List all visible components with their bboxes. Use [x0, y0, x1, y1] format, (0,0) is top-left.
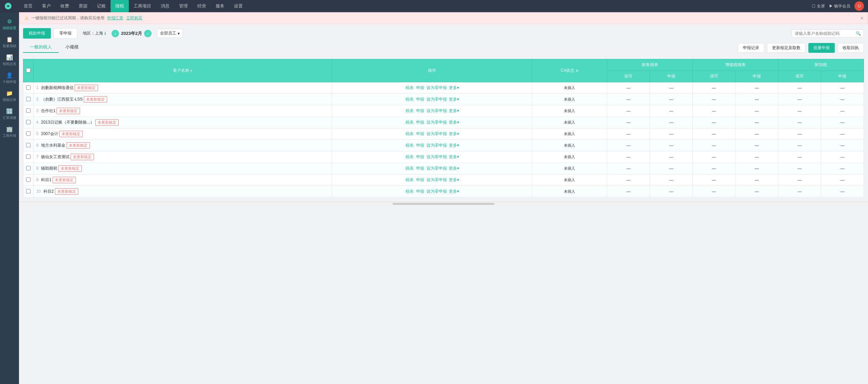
action-taxform-9[interactable]: 税表: [406, 189, 414, 194]
action-zero-7[interactable]: 设为零申报: [427, 166, 447, 171]
next-month-btn[interactable]: ›: [144, 30, 152, 37]
action-more-1[interactable]: 更多▾: [449, 97, 459, 102]
sidebar-item-personal[interactable]: 👤 个税申报: [0, 69, 19, 87]
sidebar-item-records[interactable]: 📁 报税记录: [0, 87, 19, 105]
action-declare-0[interactable]: 申报: [416, 85, 424, 90]
row-sur-declare-0: —: [821, 82, 864, 94]
action-more-0[interactable]: 更多▾: [449, 85, 459, 90]
prev-month-btn[interactable]: ‹: [112, 30, 119, 37]
nav-menu: 首页 客户 收费 票据 记账 报税 工商项目 消息 管理 经营 服务 设置: [19, 0, 248, 12]
action-taxform-6[interactable]: 税表: [406, 154, 414, 159]
sidebar-item-batch-report[interactable]: 📋 批量报税: [0, 33, 19, 51]
row-name-2: 3 合作社1 未更新核定: [34, 105, 332, 117]
tab-zero-declaration[interactable]: 零申报: [54, 28, 77, 39]
action-taxform-4[interactable]: 税表: [406, 131, 414, 136]
nav-messages[interactable]: 消息: [156, 0, 174, 12]
action-taxform-5[interactable]: 税表: [406, 143, 414, 148]
nav-tax[interactable]: 报税: [111, 0, 129, 12]
declaration-records-btn[interactable]: 申报记录: [738, 43, 764, 53]
action-declare-7[interactable]: 申报: [416, 166, 424, 171]
action-zero-3[interactable]: 设为零申报: [427, 120, 447, 125]
user-avatar[interactable]: U: [854, 1, 864, 11]
row-select-1[interactable]: [26, 97, 31, 101]
nav-services[interactable]: 服务: [211, 0, 229, 12]
sidebar-item-annual[interactable]: 🏢 工商年报: [0, 123, 19, 141]
action-more-9[interactable]: 更多▾: [449, 189, 459, 194]
nav-operations[interactable]: 经营: [193, 0, 211, 12]
action-zero-6[interactable]: 设为零申报: [427, 154, 447, 159]
action-zero-9[interactable]: 设为零申报: [427, 189, 447, 194]
banner-close-btn[interactable]: ✕: [860, 16, 864, 21]
select-all-checkbox[interactable]: [26, 68, 31, 72]
row-sur-fill-5: —: [778, 140, 821, 151]
action-declare-9[interactable]: 申报: [416, 189, 424, 194]
action-zero-4[interactable]: 设为零申报: [427, 131, 447, 136]
action-more-3[interactable]: 更多▾: [449, 120, 459, 125]
action-zero-2[interactable]: 设为零申报: [427, 108, 447, 113]
action-zero-8[interactable]: 设为零申报: [427, 177, 447, 182]
action-taxform-1[interactable]: 税表: [406, 97, 414, 102]
sidebar-item-tax-settings[interactable]: ⚙ 报税设置: [0, 15, 19, 33]
row-select-0[interactable]: [26, 85, 31, 90]
batch-declare-btn[interactable]: 批量申报: [808, 43, 835, 53]
row-select-5[interactable]: [26, 143, 31, 147]
row-select-7[interactable]: [26, 166, 31, 170]
tab-tax-declaration[interactable]: 税款申报: [23, 28, 51, 39]
sidebar-item-calc[interactable]: 🔢 汇算清缴: [0, 105, 19, 123]
row-name-1: 2 （勿删）江西股宝-LSS 未更新核定: [34, 94, 332, 105]
dept-select[interactable]: 全部员工 ▾: [157, 29, 183, 38]
search-icon[interactable]: 🔍: [856, 31, 861, 36]
row-select-9[interactable]: [26, 189, 31, 193]
tab-small-scale[interactable]: 小规模: [59, 42, 85, 53]
row-vat-declare-4: —: [735, 128, 778, 140]
nav-settings[interactable]: 设置: [229, 0, 248, 12]
info-icon[interactable]: ℹ: [104, 31, 106, 36]
nav-biz[interactable]: 工商项目: [129, 0, 156, 12]
action-zero-0[interactable]: 设为零申报: [427, 85, 447, 90]
upgrade-btn[interactable]: ▶ 畅学会员: [829, 3, 850, 9]
action-declare-3[interactable]: 申报: [416, 120, 424, 125]
action-taxform-0[interactable]: 税表: [406, 85, 414, 90]
horizontal-scrollbar[interactable]: [19, 201, 868, 206]
action-more-8[interactable]: 更多▾: [449, 177, 459, 182]
search-input[interactable]: [795, 31, 856, 36]
row-select-6[interactable]: [26, 154, 31, 159]
nav-invoices[interactable]: 票据: [74, 0, 92, 12]
row-fin-declare-1: —: [650, 94, 693, 105]
fullscreen-btn[interactable]: ☐ 全屏: [812, 3, 825, 9]
action-more-5[interactable]: 更多▾: [449, 143, 459, 148]
banner-link-purchase[interactable]: 立即购买: [126, 15, 142, 21]
action-taxform-7[interactable]: 税表: [406, 166, 414, 171]
action-more-6[interactable]: 更多▾: [449, 154, 459, 159]
nav-clients[interactable]: 客户: [37, 0, 56, 12]
action-declare-5[interactable]: 申报: [416, 143, 424, 148]
action-more-4[interactable]: 更多▾: [449, 131, 459, 136]
nav-fees[interactable]: 收费: [56, 0, 74, 12]
row-select-3[interactable]: [26, 120, 31, 124]
status-badge-6: 未更新核定: [71, 154, 94, 160]
action-more-7[interactable]: 更多▾: [449, 166, 459, 171]
action-declare-6[interactable]: 申报: [416, 154, 424, 159]
action-more-2[interactable]: 更多▾: [449, 108, 459, 113]
action-declare-4[interactable]: 申报: [416, 131, 424, 136]
action-declare-2[interactable]: 申报: [416, 108, 424, 113]
banner-link-declaration[interactable]: 申报汇签: [107, 15, 123, 21]
action-zero-1[interactable]: 设为零申报: [427, 97, 447, 102]
nav-management[interactable]: 管理: [174, 0, 193, 12]
action-taxform-3[interactable]: 税表: [406, 120, 414, 125]
sidebar-item-overview[interactable]: 📊 报税总览: [0, 51, 19, 69]
update-quota-btn[interactable]: 更新核定及取数: [767, 43, 806, 53]
tab-general-taxpayer[interactable]: 一般的税人: [23, 42, 59, 53]
action-taxform-8[interactable]: 税表: [406, 177, 414, 182]
row-select-8[interactable]: [26, 177, 31, 182]
row-select-2[interactable]: [26, 108, 31, 113]
action-taxform-2[interactable]: 税表: [406, 108, 414, 113]
row-select-4[interactable]: [26, 131, 31, 136]
status-badge-2: 未更新核定: [57, 108, 80, 114]
action-declare-8[interactable]: 申报: [416, 177, 424, 182]
action-zero-5[interactable]: 设为零申报: [427, 143, 447, 148]
nav-bookkeeping[interactable]: 记账: [92, 0, 111, 12]
action-declare-1[interactable]: 申报: [416, 97, 424, 102]
retrieve-receipt-btn[interactable]: 收取回执: [837, 43, 864, 53]
nav-home[interactable]: 首页: [19, 0, 37, 12]
